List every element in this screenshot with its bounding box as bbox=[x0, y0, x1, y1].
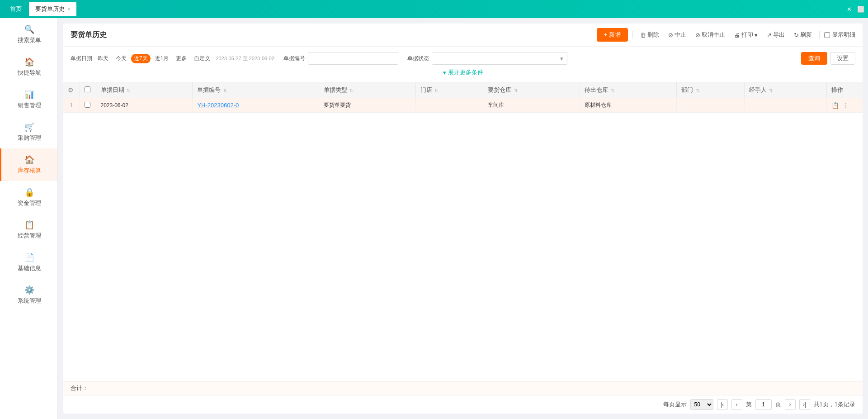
sort-req-warehouse-icon: ⇅ bbox=[514, 88, 518, 93]
col-req-warehouse[interactable]: 要货仓库 ⇅ bbox=[483, 82, 580, 98]
sidebar-item-sales-mgmt[interactable]: 📊 销售管理 bbox=[0, 83, 57, 116]
sidebar-item-quick-nav[interactable]: 🏠 快捷导航 bbox=[0, 51, 57, 83]
pagination-bar: 每页显示 20 50 100 200 |‹ ‹ 第 页 › ›| 共1页，1条记… bbox=[63, 395, 863, 414]
order-no-filter: 单据编号 bbox=[283, 52, 398, 65]
stop-icon: ⊘ bbox=[668, 32, 673, 38]
sidebar-item-finance-mgmt[interactable]: 🔒 资金管理 bbox=[0, 181, 57, 214]
sidebar-item-search-menu[interactable]: 🔍 搜索菜单 bbox=[0, 18, 57, 51]
cell-checkbox bbox=[80, 98, 96, 113]
col-dept[interactable]: 部门 ⇅ bbox=[677, 82, 745, 98]
data-table: ⚙ 单据日期 ⇅ 单据编号 ⇅ bbox=[63, 82, 863, 113]
row-edit-icon[interactable]: 📋 bbox=[831, 102, 839, 109]
display-detail-checkbox[interactable] bbox=[824, 32, 830, 38]
top-bar: 首页 要货单历史 × ✕ ⬜ bbox=[0, 0, 868, 18]
col-handler[interactable]: 经手人 ⇅ bbox=[744, 82, 826, 98]
search-button[interactable]: 查询 bbox=[801, 52, 827, 65]
sidebar-label-purchase-mgmt: 采购管理 bbox=[18, 134, 41, 142]
page-size-label: 每页显示 bbox=[663, 400, 687, 409]
col-actions-label: 操作 bbox=[831, 86, 843, 93]
cell-index: 1 bbox=[63, 98, 80, 113]
sidebar-item-sys-mgmt[interactable]: ⚙️ 系统管理 bbox=[0, 279, 57, 311]
page-container: 要货单历史 + 新增 🗑 删除 ⊘ 中止 ⊘ 取消中止 bbox=[63, 24, 863, 414]
date-btn-custom[interactable]: 自定义 bbox=[191, 54, 213, 63]
col-store[interactable]: 门店 ⇅ bbox=[415, 82, 483, 98]
select-all-checkbox[interactable] bbox=[85, 86, 90, 92]
page-title: 要货单历史 bbox=[71, 30, 107, 40]
sort-type-icon: ⇅ bbox=[349, 88, 353, 93]
total-info: 共1页，1条记录 bbox=[814, 400, 855, 409]
sidebar: 🔍 搜索菜单 🏠 快捷导航 📊 销售管理 🛒 采购管理 🏠 库存核算 🔒 资金管… bbox=[0, 18, 58, 419]
col-date-label: 单据日期 bbox=[101, 86, 124, 93]
sidebar-label-search-menu: 搜索菜单 bbox=[18, 36, 41, 44]
sort-number-icon: ⇅ bbox=[223, 88, 227, 93]
sort-store-icon: ⇅ bbox=[434, 88, 438, 93]
stop-button[interactable]: ⊘ 中止 bbox=[665, 29, 689, 41]
cell-req-warehouse: 车间库 bbox=[483, 98, 580, 113]
date-btn-today[interactable]: 今天 bbox=[113, 54, 129, 63]
order-no-input[interactable] bbox=[308, 52, 398, 65]
expand-icon: ▾ bbox=[443, 69, 446, 76]
page-number-input[interactable] bbox=[755, 399, 772, 410]
col-date[interactable]: 单据日期 ⇅ bbox=[96, 82, 193, 98]
sidebar-item-inventory-calc[interactable]: 🏠 库存核算 bbox=[0, 148, 57, 181]
cell-handler bbox=[744, 98, 826, 113]
display-detail-toggle[interactable]: 显示明细 bbox=[824, 31, 855, 39]
first-page-btn[interactable]: |‹ bbox=[717, 399, 728, 410]
inventory-calc-icon: 🏠 bbox=[24, 155, 34, 165]
content-area: 要货单历史 + 新增 🗑 删除 ⊘ 中止 ⊘ 取消中止 bbox=[58, 18, 868, 419]
sort-date-icon: ⇅ bbox=[127, 88, 130, 93]
divider-2 bbox=[819, 31, 820, 38]
expand-more-btn[interactable]: ▾ 展开更多条件 bbox=[71, 68, 855, 76]
order-number-link[interactable]: YH-20230602-0 bbox=[197, 102, 239, 109]
window-maximize-btn[interactable]: ⬜ bbox=[857, 6, 864, 13]
page-label: 第 bbox=[746, 400, 752, 409]
prev-page-btn[interactable]: ‹ bbox=[731, 399, 742, 410]
next-page-btn[interactable]: › bbox=[785, 399, 796, 410]
cancel-stop-button[interactable]: ⊘ 取消中止 bbox=[693, 29, 728, 41]
col-number[interactable]: 单据编号 ⇅ bbox=[193, 82, 319, 98]
sidebar-item-purchase-mgmt[interactable]: 🛒 采购管理 bbox=[0, 116, 57, 148]
row-checkbox[interactable] bbox=[85, 102, 90, 108]
order-no-label: 单据编号 bbox=[283, 55, 305, 62]
col-settings[interactable]: ⚙ bbox=[63, 82, 80, 98]
sidebar-item-ops-mgmt[interactable]: 📋 经营管理 bbox=[0, 214, 57, 246]
basic-info-icon: 📄 bbox=[24, 252, 34, 262]
col-type[interactable]: 单据类型 ⇅ bbox=[319, 82, 415, 98]
status-filter: 单据状态 ▾ bbox=[407, 52, 567, 65]
status-select[interactable]: ▾ bbox=[432, 52, 567, 65]
last-page-btn[interactable]: ›| bbox=[799, 399, 810, 410]
finance-mgmt-icon: 🔒 bbox=[24, 187, 34, 197]
top-bar-right: ✕ ⬜ bbox=[847, 6, 864, 13]
delete-button[interactable]: 🗑 删除 bbox=[637, 29, 662, 41]
date-btn-7days[interactable]: 近7天 bbox=[131, 54, 151, 63]
date-btn-1month[interactable]: 近1月 bbox=[152, 54, 172, 63]
print-icon: 🖨 bbox=[734, 32, 740, 38]
tab-home[interactable]: 首页 bbox=[4, 2, 28, 16]
table-header-row: ⚙ 单据日期 ⇅ 单据编号 ⇅ bbox=[63, 82, 863, 98]
sidebar-label-sales-mgmt: 销售管理 bbox=[18, 101, 41, 110]
sales-mgmt-icon: 📊 bbox=[24, 90, 34, 100]
print-button[interactable]: 🖨 打印 ▾ bbox=[731, 29, 760, 41]
row-actions: 📋 ⋮ bbox=[831, 102, 859, 109]
row-more-icon[interactable]: ⋮ bbox=[843, 102, 849, 109]
tab-close-icon[interactable]: × bbox=[67, 6, 70, 12]
tab-requisition-history[interactable]: 要货单历史 × bbox=[29, 2, 76, 16]
sidebar-item-basic-info[interactable]: 📄 基础信息 bbox=[0, 246, 57, 279]
summary-label: 合计： bbox=[71, 384, 88, 392]
settings-gear-icon[interactable]: ⚙ bbox=[68, 86, 74, 94]
window-close-btn[interactable]: ✕ bbox=[847, 6, 852, 13]
col-pending-warehouse[interactable]: 待出仓库 ⇅ bbox=[580, 82, 677, 98]
date-btn-more[interactable]: 更多 bbox=[173, 54, 189, 63]
sort-pending-warehouse-icon: ⇅ bbox=[611, 88, 614, 93]
col-checkbox bbox=[80, 82, 96, 98]
tab-home-label: 首页 bbox=[10, 5, 22, 13]
new-button[interactable]: + 新增 bbox=[597, 28, 628, 42]
refresh-button[interactable]: ↻ 刷新 bbox=[791, 29, 815, 41]
page-size-select[interactable]: 20 50 100 200 bbox=[690, 399, 713, 410]
table-area: ⚙ 单据日期 ⇅ 单据编号 ⇅ bbox=[63, 82, 863, 381]
settings-button[interactable]: 设置 bbox=[830, 52, 855, 65]
sys-mgmt-icon: ⚙️ bbox=[24, 285, 34, 295]
export-button[interactable]: ↗ 导出 bbox=[764, 29, 788, 41]
date-range-display: 2023-05-27 至 2023-06-02 bbox=[216, 55, 274, 62]
date-btn-yesterday[interactable]: 昨天 bbox=[95, 54, 111, 63]
